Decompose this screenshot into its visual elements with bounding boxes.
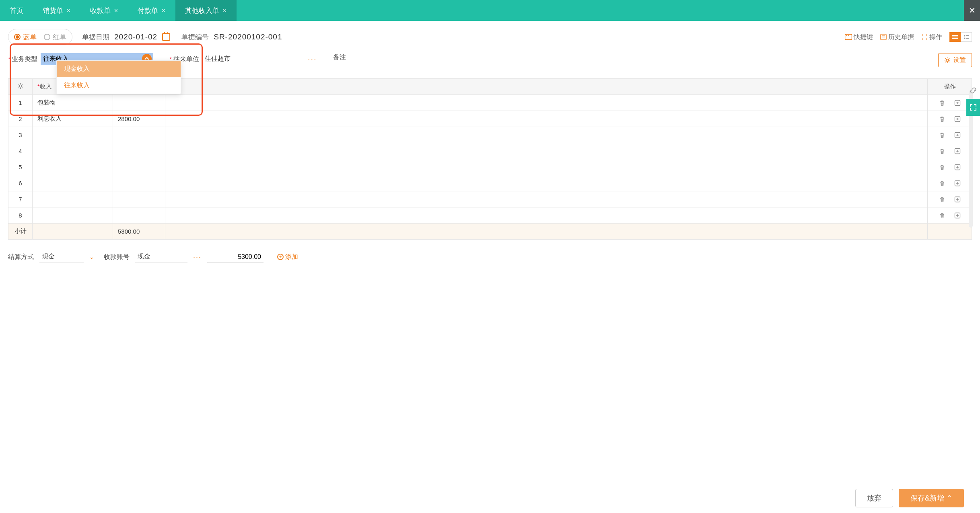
delete-icon[interactable] bbox=[938, 98, 947, 107]
row-income-name[interactable] bbox=[33, 127, 113, 143]
delete-icon[interactable] bbox=[938, 131, 947, 140]
close-icon[interactable]: ✕ bbox=[114, 8, 118, 14]
row-amount[interactable] bbox=[113, 95, 165, 111]
action-column-header: 操作 bbox=[928, 79, 972, 95]
account-label: 收款账号 bbox=[104, 253, 130, 261]
expand-icon[interactable] bbox=[966, 99, 980, 116]
row-remark[interactable] bbox=[165, 159, 928, 175]
ellipsis-icon[interactable]: ··· bbox=[308, 55, 317, 64]
add-row-icon[interactable] bbox=[953, 115, 962, 123]
row-income-name[interactable] bbox=[33, 159, 113, 175]
radio-blue[interactable]: 蓝单 bbox=[14, 33, 37, 42]
row-remark[interactable] bbox=[165, 95, 928, 111]
tab-home[interactable]: 首页 bbox=[0, 0, 33, 21]
svg-rect-0 bbox=[845, 35, 852, 40]
svg-point-15 bbox=[964, 38, 966, 39]
row-remark[interactable] bbox=[165, 143, 928, 159]
svg-point-18 bbox=[19, 85, 22, 87]
row-number: 5 bbox=[8, 159, 33, 175]
row-remark[interactable] bbox=[165, 207, 928, 224]
view-detail-button[interactable] bbox=[961, 32, 972, 42]
remark-input[interactable] bbox=[349, 55, 470, 59]
add-row-icon[interactable] bbox=[953, 163, 962, 172]
row-amount[interactable] bbox=[113, 127, 165, 143]
add-row-icon[interactable] bbox=[953, 98, 962, 107]
tab-receipt[interactable]: 收款单✕ bbox=[80, 0, 128, 21]
svg-point-8 bbox=[926, 35, 927, 36]
tab-other-income[interactable]: 其他收入单✕ bbox=[175, 0, 237, 21]
table-row: 1包装物 bbox=[8, 95, 972, 111]
docnum-value: SR-20200102-001 bbox=[214, 33, 282, 41]
row-amount[interactable]: 2800.00 bbox=[113, 111, 165, 127]
delete-icon[interactable] bbox=[938, 115, 947, 123]
close-icon[interactable]: ✕ bbox=[161, 8, 166, 14]
svg-point-13 bbox=[964, 35, 966, 37]
close-icon[interactable]: ✕ bbox=[66, 8, 71, 14]
window-close-button[interactable]: ✕ bbox=[964, 0, 980, 21]
row-amount[interactable] bbox=[113, 159, 165, 175]
row-amount[interactable] bbox=[113, 175, 165, 191]
row-amount[interactable] bbox=[113, 207, 165, 224]
delete-icon[interactable] bbox=[938, 195, 947, 204]
calendar-icon[interactable] bbox=[162, 33, 170, 41]
svg-point-9 bbox=[926, 39, 927, 40]
chevron-down-icon[interactable]: ⌄ bbox=[89, 254, 94, 260]
row-number: 1 bbox=[8, 95, 33, 111]
settle-method-label: 结算方式 bbox=[8, 253, 34, 261]
radio-icon bbox=[44, 34, 50, 40]
payment-row: 结算方式 现金 ⌄ 收款账号 现金 ··· + 添加 bbox=[8, 251, 972, 279]
date-value[interactable]: 2020-01-02 bbox=[114, 33, 157, 41]
settle-method-value[interactable]: 现金 bbox=[39, 251, 84, 263]
delete-icon[interactable] bbox=[938, 211, 947, 220]
add-row-icon[interactable] bbox=[953, 211, 962, 220]
account-value[interactable]: 现金 bbox=[135, 251, 187, 263]
delete-icon[interactable] bbox=[938, 179, 947, 188]
row-income-name[interactable]: 利息收入 bbox=[33, 111, 113, 127]
add-row-icon[interactable] bbox=[953, 179, 962, 188]
row-remark[interactable] bbox=[165, 111, 928, 127]
field-party: * 往来单位 佳佳超市 ··· bbox=[169, 53, 317, 65]
dropdown-option-intercourse-income[interactable]: 往来收入 bbox=[57, 77, 181, 94]
row-amount[interactable] bbox=[113, 191, 165, 207]
dropdown-option-cash-income[interactable]: 现金收入 bbox=[57, 61, 181, 77]
tab-payment[interactable]: 付款单✕ bbox=[128, 0, 175, 21]
date-label: 单据日期 bbox=[82, 33, 109, 42]
row-income-name[interactable] bbox=[33, 175, 113, 191]
add-row-icon[interactable] bbox=[953, 147, 962, 156]
ellipsis-icon[interactable]: ··· bbox=[193, 253, 202, 261]
table-row: 7 bbox=[8, 191, 972, 207]
view-list-button[interactable] bbox=[949, 32, 961, 42]
table-row: 5 bbox=[8, 159, 972, 175]
row-number: 3 bbox=[8, 127, 33, 143]
party-input[interactable]: 佳佳超市 bbox=[202, 53, 315, 65]
row-remark[interactable] bbox=[165, 191, 928, 207]
svg-rect-2 bbox=[848, 35, 849, 36]
radio-red[interactable]: 红单 bbox=[44, 33, 66, 42]
delete-icon[interactable] bbox=[938, 147, 947, 156]
income-table: *收入 注 操作 1包装物2利息收入2800.00345678 小计 5300.… bbox=[8, 78, 972, 240]
history-link[interactable]: 历史单据 bbox=[880, 33, 914, 41]
close-icon[interactable]: ✕ bbox=[222, 8, 227, 14]
row-income-name[interactable] bbox=[33, 191, 113, 207]
row-amount[interactable] bbox=[113, 143, 165, 159]
amount-input[interactable] bbox=[207, 252, 264, 263]
side-widgets bbox=[966, 82, 980, 116]
row-income-name[interactable] bbox=[33, 143, 113, 159]
add-row-icon[interactable] bbox=[953, 195, 962, 204]
shortcut-link[interactable]: 快捷键 bbox=[845, 33, 873, 41]
delete-icon[interactable] bbox=[938, 163, 947, 172]
row-income-name[interactable] bbox=[33, 207, 113, 224]
actions-link[interactable]: 操作 bbox=[921, 33, 942, 41]
remark-label: 备注 bbox=[333, 53, 346, 62]
row-number: 6 bbox=[8, 175, 33, 191]
settings-button[interactable]: 设置 bbox=[938, 53, 972, 67]
add-row-icon[interactable] bbox=[953, 131, 962, 140]
row-remark[interactable] bbox=[165, 127, 928, 143]
gear-column-header[interactable] bbox=[8, 79, 33, 95]
tab-sales[interactable]: 销货单✕ bbox=[33, 0, 80, 21]
add-payment-button[interactable]: + 添加 bbox=[277, 253, 298, 261]
link-icon[interactable] bbox=[966, 82, 980, 99]
table-row: 6 bbox=[8, 175, 972, 191]
row-income-name[interactable]: 包装物 bbox=[33, 95, 113, 111]
row-remark[interactable] bbox=[165, 175, 928, 191]
